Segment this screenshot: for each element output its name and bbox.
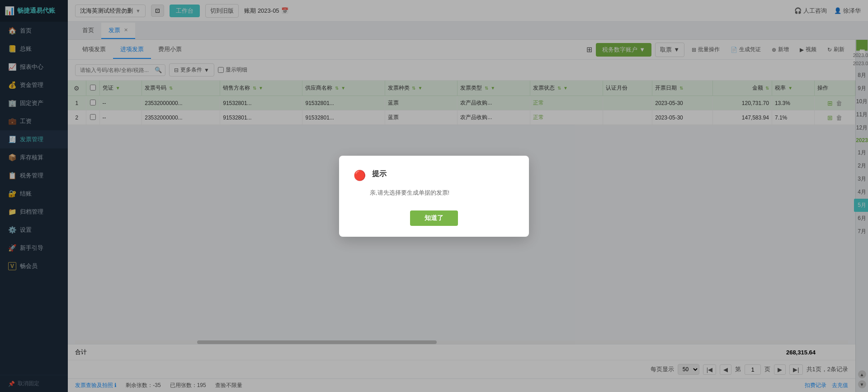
modal-overlay[interactable]: 🔴 提示 亲,请先选择要生成单据的发票! 知道了: [0, 0, 868, 392]
modal-body: 🔴 提示 亲,请先选择要生成单据的发票!: [339, 156, 529, 206]
modal-box: 🔴 提示 亲,请先选择要生成单据的发票! 知道了: [339, 156, 529, 237]
modal-header: 🔴 提示: [354, 169, 514, 182]
modal-title: 提示: [372, 169, 387, 179]
warning-icon: 🔴: [354, 170, 366, 182]
modal-message: 亲,请先选择要生成单据的发票!: [370, 189, 514, 197]
modal-footer: 知道了: [339, 206, 529, 237]
modal-confirm-button[interactable]: 知道了: [410, 210, 458, 226]
